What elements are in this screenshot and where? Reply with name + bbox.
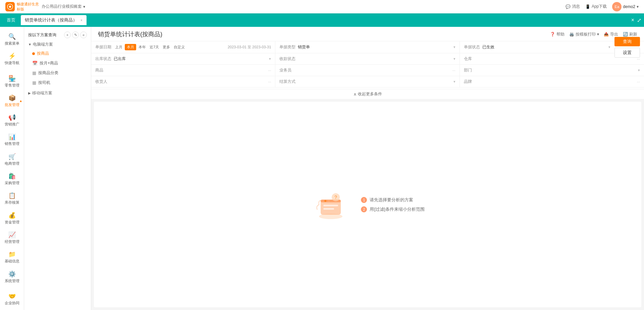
logo-area: 畅捷通好生意 标版 bbox=[5, 2, 39, 11]
department-select[interactable]: ▾ bbox=[482, 68, 640, 72]
tab-close-button[interactable]: × bbox=[80, 18, 83, 22]
message-action[interactable]: 💬 消息 bbox=[566, 4, 580, 9]
minimize-icon[interactable]: × bbox=[631, 17, 634, 23]
date-custom-button[interactable]: 自定义 bbox=[172, 44, 186, 50]
operation-label: 经营管理 bbox=[5, 239, 19, 244]
print-button[interactable]: 🖨️ 按模板打印 ▾ bbox=[569, 32, 599, 37]
export-button[interactable]: 📤 导出 bbox=[604, 32, 618, 37]
export-icon: 📤 bbox=[604, 32, 609, 37]
collapse-more-button[interactable]: ∧ 收起更多条件 bbox=[91, 89, 644, 99]
logo-line1: 畅捷通好生意 bbox=[17, 2, 39, 6]
sidebar-item-retail[interactable]: 🏪 零售管理 bbox=[0, 71, 24, 91]
pc-scheme-group-title[interactable]: ▼ 电脑端方案 bbox=[24, 40, 91, 49]
doc-type-chevron-icon: ▾ bbox=[453, 45, 455, 49]
collapse-label: 收起更多条件 bbox=[358, 91, 382, 97]
settle-select[interactable]: ▾ bbox=[298, 80, 455, 84]
scheme-item-by-product[interactable]: 按商品 bbox=[24, 49, 91, 58]
help-button[interactable]: ❓ 帮助 bbox=[550, 32, 565, 37]
collapse-sidebar-button[interactable]: « bbox=[80, 32, 87, 38]
logo-line2: 标版 bbox=[17, 7, 39, 11]
receiver-input[interactable]: ··· bbox=[114, 80, 271, 84]
out-status-chevron-icon: ▾ bbox=[269, 57, 271, 61]
inventory-icon: 📋 bbox=[8, 192, 16, 199]
date-this-year-button[interactable]: 本年 bbox=[137, 44, 147, 50]
scheme-item-by-category[interactable]: ▦ 按商品分类 bbox=[24, 68, 91, 78]
marketing-icon: 📢 bbox=[8, 114, 16, 121]
doc-status-select[interactable]: 已生效 ▾ bbox=[482, 44, 610, 50]
edit-scheme-button[interactable]: ✎ bbox=[72, 32, 79, 38]
receiver-dots: ··· bbox=[268, 80, 271, 84]
department-field: 部门 ▾ bbox=[460, 65, 644, 76]
industry-selector[interactable]: 办公用品行业模拟账套 ▾ bbox=[42, 4, 85, 9]
brand-label: 品牌 bbox=[464, 79, 482, 85]
enterprise-icon: 🤝 bbox=[8, 293, 16, 300]
product-input[interactable]: ··· bbox=[114, 68, 271, 72]
date-range-display: 2023-03-01 至 2023-03-31 bbox=[228, 45, 271, 50]
print-icon: 🖨️ bbox=[569, 32, 574, 37]
sidebar-item-finance[interactable]: 💰 资金管理 bbox=[0, 208, 24, 228]
top-header: 畅捷通好生意 标版 办公用品行业模拟账套 ▾ 💬 消息 📱 App下载 Ea d… bbox=[0, 0, 644, 13]
sidebar-item-ecom[interactable]: 🛒 电商管理 bbox=[0, 150, 24, 169]
svg-point-4 bbox=[324, 200, 326, 202]
calendar-icon: 📅 bbox=[32, 61, 38, 66]
tip-num-1: 1 bbox=[361, 197, 367, 203]
sidebar-item-inventory[interactable]: 📋 库存核算 bbox=[0, 189, 24, 208]
collapse-up-icon: ∧ bbox=[354, 92, 357, 97]
sidebar-item-enterprise[interactable]: 🤝 企业协同 bbox=[0, 289, 24, 309]
add-scheme-button[interactable]: + bbox=[64, 32, 71, 38]
sidebar-item-quick-nav[interactable]: ⚡ 快捷导航 bbox=[0, 49, 24, 68]
chevron-down-icon: ▾ bbox=[83, 4, 85, 9]
app-download-action[interactable]: 📱 App下载 bbox=[585, 4, 607, 9]
mobile-scheme-group: ▶ 移动端方案 bbox=[24, 89, 91, 97]
sales-label: 销售管理 bbox=[5, 141, 19, 146]
query-button[interactable]: 查询 bbox=[614, 37, 640, 46]
sidebar-item-search-menu[interactable]: 🔍 搜索菜单 bbox=[0, 30, 24, 49]
nav-tabs: 首页 销货单统计计表（按商品） × × ⤢ bbox=[0, 13, 644, 27]
date-this-month-button[interactable]: 本月 bbox=[125, 44, 136, 50]
sidebar-item-newbie[interactable]: 🎓 新手引导 bbox=[0, 309, 24, 310]
mobile-group-label: 移动端方案 bbox=[32, 90, 87, 96]
by-category-label: 按商品分类 bbox=[38, 70, 58, 76]
download-icon: 📱 bbox=[585, 4, 590, 9]
retail-label: 零售管理 bbox=[5, 83, 19, 88]
date-last7-button[interactable]: 近7天 bbox=[148, 44, 160, 50]
sidebar-item-marketing[interactable]: 📢 营销推广 bbox=[0, 110, 24, 130]
receipt-status-select[interactable]: ▾ bbox=[298, 57, 455, 61]
doc-type-select[interactable]: 销货单 ▾ bbox=[298, 44, 455, 50]
wholesale-arrow-icon: ▲ bbox=[19, 99, 22, 103]
tab-active[interactable]: 销货单统计计表（按商品） × bbox=[21, 15, 87, 25]
maximize-icon[interactable]: ⤢ bbox=[637, 17, 641, 23]
scheme-item-by-machine[interactable]: ▦ 按司机 bbox=[24, 78, 91, 88]
refresh-button[interactable]: 🔄 刷新 bbox=[623, 32, 637, 37]
sidebar-item-sales[interactable]: 📊 销售管理 bbox=[0, 130, 24, 149]
sidebar-item-system[interactable]: ⚙️ 系统管理 bbox=[0, 267, 24, 287]
tip-text-1: 请先选择要分析的方案 bbox=[370, 197, 413, 203]
tab-home[interactable]: 首页 bbox=[3, 15, 19, 25]
quick-nav-label: 快捷导航 bbox=[5, 60, 19, 65]
svg-rect-6 bbox=[323, 205, 338, 206]
date-last-month-button[interactable]: 上月 bbox=[114, 44, 124, 50]
sidebar-item-basic[interactable]: 📁 基础信息 bbox=[0, 247, 24, 267]
settings-button[interactable]: 设置 bbox=[614, 48, 640, 58]
main-layout: 🔍 搜索菜单 ⚡ 快捷导航 🏪 零售管理 📦 批发管理 ▲ 📢 营销推广 📊 销… bbox=[0, 27, 644, 310]
sidebar-item-operation[interactable]: 📈 经营管理 bbox=[0, 228, 24, 247]
receiver-field: 收货人 ··· bbox=[91, 76, 275, 87]
brand-dots: ··· bbox=[637, 80, 640, 84]
warehouse-label: 仓库 bbox=[464, 56, 482, 62]
header-right: 💬 消息 📱 App下载 Ea demo2 ▾ bbox=[566, 2, 639, 11]
date-more-button[interactable]: 更多 bbox=[161, 44, 171, 50]
user-action[interactable]: Ea demo2 ▾ bbox=[612, 2, 639, 11]
pc-scheme-group: ▼ 电脑端方案 按商品 📅 按月+商品 ▦ 按商品分类 ▦ 按司机 bbox=[24, 40, 91, 88]
brand-input[interactable]: ··· bbox=[482, 80, 640, 84]
product-field: 商品 ··· bbox=[91, 65, 275, 76]
out-status-select[interactable]: 已出库 ▾ bbox=[114, 56, 271, 62]
salesperson-input[interactable]: ··· bbox=[298, 68, 455, 72]
refresh-icon: 🔄 bbox=[623, 32, 628, 37]
salesperson-dots: ··· bbox=[452, 68, 455, 72]
sidebar-item-purchase[interactable]: 🛍️ 采购管理 bbox=[0, 169, 24, 189]
out-status-field: 出库状态 已出库 ▾ bbox=[91, 53, 275, 64]
svg-text:?: ? bbox=[334, 195, 337, 200]
mobile-scheme-group-title[interactable]: ▶ 移动端方案 bbox=[24, 89, 91, 97]
sidebar-item-wholesale[interactable]: 📦 批发管理 ▲ bbox=[0, 91, 24, 110]
scheme-item-by-month-product[interactable]: 📅 按月+商品 bbox=[24, 58, 91, 68]
